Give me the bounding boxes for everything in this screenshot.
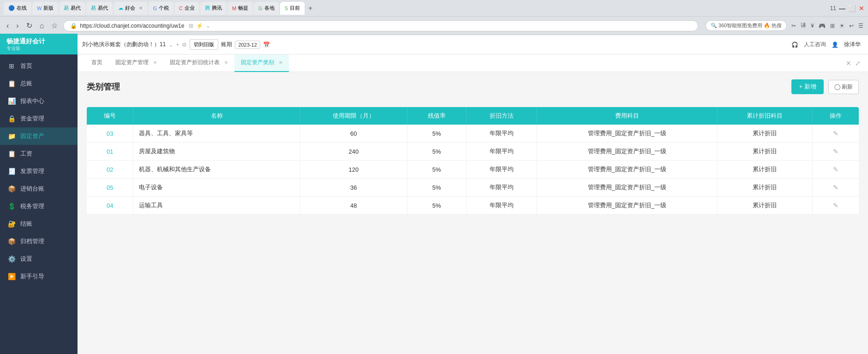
tab-actions: ✕ ⤢	[846, 60, 861, 67]
cell-method-0: 年限平均	[466, 125, 537, 143]
sidebar-menu: ⊞ 首页 📋 总账 📊 报表中心 🔒 资金管理 📁 固定资产 📋 工资	[0, 54, 78, 354]
col-period: 使用期限（月）	[300, 107, 407, 125]
sidebar-item-salary[interactable]: 📋 工资	[0, 145, 78, 162]
cell-name-3: 电子设备	[133, 179, 300, 197]
tab-depreciation-close[interactable]: ✕	[224, 60, 228, 65]
refresh-button[interactable]: ◯ 刷新	[828, 80, 859, 94]
app-logo: 畅捷通好会计 专业版	[0, 34, 78, 55]
edit-button-2[interactable]: ✎	[833, 166, 838, 173]
period-label: 账期	[221, 41, 232, 48]
reload-button[interactable]: ↻	[24, 19, 34, 32]
row-id-link-4[interactable]: 04	[107, 202, 113, 209]
browser-tab-1[interactable]: W新版	[32, 2, 58, 15]
browser-tab-8[interactable]: M畅提	[227, 2, 253, 15]
sidebar-item-fixed[interactable]: 📁 固定资产	[0, 127, 78, 145]
edit-button-1[interactable]: ✎	[833, 148, 838, 155]
tab-fixed-assets[interactable]: 固定资产管理 ✕	[109, 54, 163, 72]
translate-icon[interactable]: 译	[801, 22, 806, 30]
row-id-link-1[interactable]: 01	[107, 148, 113, 155]
bookmark-button[interactable]: ☆	[49, 19, 60, 32]
switch-version-button[interactable]: 切到旧版	[190, 39, 218, 50]
row-id-link-2[interactable]: 02	[107, 166, 113, 173]
browser-tab-3[interactable]: 易易代	[86, 2, 113, 15]
game-icon[interactable]: 🎮	[819, 23, 826, 29]
sidebar-item-home[interactable]: ⊞ 首页	[0, 57, 78, 75]
home-button[interactable]: ⌂	[38, 20, 46, 32]
consult-label[interactable]: 人工咨询	[804, 41, 826, 48]
tab-home[interactable]: 首页	[85, 54, 109, 72]
edit-button-0[interactable]: ✎	[833, 130, 838, 137]
back-button[interactable]: ‹	[5, 20, 11, 32]
new-tab-button[interactable]: +	[305, 4, 315, 12]
user-avatar-icon: 👤	[832, 42, 838, 48]
search-bar[interactable]: 🔍 360智能抠图免费用 🔥 热搜	[706, 20, 787, 31]
sidebar-item-settings[interactable]: ⚙️ 设置	[0, 250, 78, 268]
sidebar-item-guide[interactable]: ▶️ 新手引导	[0, 268, 78, 285]
add-button[interactable]: + 新增	[791, 79, 823, 94]
forward-button[interactable]: ›	[14, 20, 20, 32]
cell-id-4: 04	[87, 197, 133, 215]
browser-tab-5[interactable]: G个税	[148, 2, 174, 15]
settings-gear-icon[interactable]: ⚙	[182, 42, 187, 48]
account-info: 刘小艳演示账套（勿删勿动！）11 ⌄ + ⚙ 切到旧版 账期 2023-12 📅	[82, 39, 787, 50]
sidebar-item-fund[interactable]: 🔒 资金管理	[0, 110, 78, 127]
sidebar-item-inventory[interactable]: 📦 进销台账	[0, 180, 78, 198]
calendar-icon[interactable]: 📅	[263, 42, 270, 48]
minimize-button[interactable]: —	[839, 5, 845, 12]
cell-period-2: 120	[300, 161, 407, 179]
menu-icon[interactable]: ☰	[858, 23, 863, 29]
sidebar-item-archive[interactable]: 📦 归档管理	[0, 233, 78, 250]
main-content: 类别管理 + 新增 ◯ 刷新 编号 名称 使用期限（月） 残值率 折旧方法 费用…	[78, 72, 868, 354]
grid-icon[interactable]: ⊞	[830, 23, 835, 29]
tax-icon: 💲	[7, 203, 16, 210]
cell-expense-0: 管理费用_固定资产折旧_一级	[537, 125, 717, 143]
cell-name-0: 器具、工具、家具等	[133, 125, 300, 143]
tab-category-close[interactable]: ✕	[279, 60, 282, 65]
currency-icon[interactable]: ¥	[811, 23, 814, 29]
browser-tab-9[interactable]: G各地	[254, 2, 279, 15]
sidebar-item-home-label: 首页	[20, 62, 32, 70]
browser-tab-0[interactable]: 🔵在线	[4, 2, 31, 15]
add-account-button[interactable]: +	[176, 42, 179, 48]
browser-tab-7[interactable]: 腾腾讯	[200, 2, 227, 15]
browser-tab-6[interactable]: C企业	[174, 2, 199, 15]
table-row: 05 电子设备 36 5% 年限平均 管理费用_固定资产折旧_一级 累计折旧 ✎	[87, 179, 859, 197]
sidebar-item-ledger[interactable]: 📋 总账	[0, 75, 78, 92]
app-header: 畅捷通好会计 专业版 刘小艳演示账套（勿删勿动！）11 ⌄ + ⚙ 切到旧版 账…	[0, 35, 868, 54]
edit-button-3[interactable]: ✎	[833, 184, 838, 191]
address-bar[interactable]: 🔒 https://cloud.chanjet.com/accounting/u…	[63, 20, 698, 31]
tab-depreciation[interactable]: 固定资产折旧统计表 ✕	[163, 54, 234, 72]
col-residual: 残值率	[407, 107, 466, 125]
tab-close-all-icon[interactable]: ✕	[846, 60, 851, 67]
sidebar-item-tax[interactable]: 💲 税务管理	[0, 198, 78, 215]
browser-tab-4[interactable]: ☁好会 ✕	[114, 2, 147, 15]
browser-tab-2[interactable]: 易易代	[59, 2, 85, 15]
undo-icon[interactable]: ↩	[849, 23, 854, 29]
browser-tab-4-close[interactable]: ✕	[139, 6, 143, 11]
sidebar-item-report[interactable]: 📊 报表中心	[0, 92, 78, 110]
cell-name-4: 运输工具	[133, 197, 300, 215]
brightness-icon[interactable]: ☀	[839, 23, 844, 29]
tab-fixed-assets-close[interactable]: ✕	[153, 60, 157, 65]
col-accumulated: 累计折旧科目	[717, 107, 812, 125]
tab-expand-icon[interactable]: ⤢	[855, 60, 861, 67]
scissors-icon[interactable]: ✂	[791, 23, 796, 29]
maximize-button[interactable]: ⬜	[848, 5, 856, 12]
edit-button-4[interactable]: ✎	[833, 202, 838, 209]
archive-icon: 📦	[7, 238, 16, 245]
header-right: 🎧 人工咨询 👤 徐泽华	[791, 41, 861, 48]
cell-accumulated-3: 累计折旧	[717, 179, 812, 197]
row-id-link-3[interactable]: 05	[107, 184, 113, 191]
cell-expense-3: 管理费用_固定资产折旧_一级	[537, 179, 717, 197]
sidebar-item-archive-label: 归档管理	[20, 237, 44, 246]
tab-category[interactable]: 固定资产类别 ✕	[234, 54, 289, 72]
sidebar-item-invoice[interactable]: 🧾 发票管理	[0, 162, 78, 180]
cell-name-2: 机器、机械和其他生产设备	[133, 161, 300, 179]
row-id-link-0[interactable]: 03	[107, 130, 113, 137]
close-button[interactable]: ✕	[859, 5, 864, 12]
sidebar-item-close[interactable]: 🔐 结账	[0, 215, 78, 233]
ledger-icon: 📋	[7, 80, 16, 87]
account-dropdown[interactable]: ⌄	[168, 42, 173, 48]
page-tabs: 首页 固定资产管理 ✕ 固定资产折旧统计表 ✕ 固定资产类别 ✕ ✕ ⤢	[78, 54, 868, 72]
browser-tab-10[interactable]: S目前	[280, 2, 305, 15]
